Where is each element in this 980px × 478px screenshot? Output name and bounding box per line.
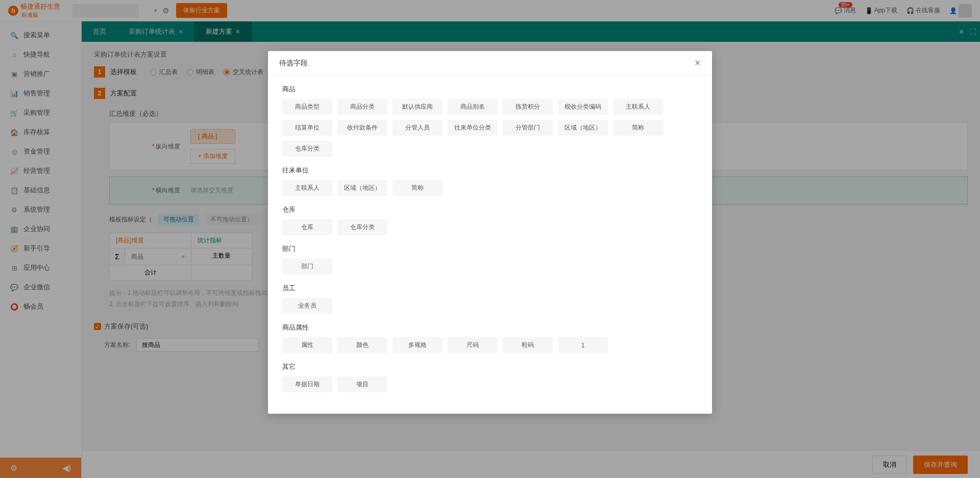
field-chip[interactable]: 默认供应商 <box>393 99 443 115</box>
field-chip[interactable]: 尺码 <box>448 337 498 353</box>
modal-title: 待选字段 <box>279 59 308 68</box>
field-chip[interactable]: 仓库分类 <box>337 219 387 235</box>
field-section-title: 部门 <box>282 244 698 254</box>
field-chip[interactable]: 区域（地区） <box>558 120 608 136</box>
field-chip[interactable]: 业务员 <box>282 298 332 314</box>
modal-close-button[interactable]: ✕ <box>694 58 701 68</box>
field-chip[interactable]: 仓库分类 <box>282 141 332 157</box>
field-chip[interactable]: 1 <box>558 337 608 353</box>
field-chip[interactable]: 鞋码 <box>503 337 553 353</box>
field-chip[interactable]: 分管部门 <box>503 120 553 136</box>
field-section-5: 商品属性属性颜色多规格尺码鞋码1 <box>282 323 698 353</box>
field-chip[interactable]: 商品类型 <box>282 99 332 115</box>
field-section-0: 商品商品类型商品分类默认供应商商品别名拣货积分税收分类编码主联系人结算单位收付款… <box>282 85 698 157</box>
field-chip[interactable]: 多规格 <box>393 337 443 353</box>
field-section-title: 其它 <box>282 362 698 371</box>
field-chip[interactable]: 项目 <box>337 376 387 392</box>
field-chip[interactable]: 往来单位分类 <box>448 120 498 136</box>
field-chip[interactable]: 单据日期 <box>282 376 332 392</box>
field-chip[interactable]: 区域（地区） <box>337 180 387 196</box>
field-section-3: 部门部门 <box>282 244 698 274</box>
field-section-title: 商品属性 <box>282 323 698 332</box>
field-chip[interactable]: 主联系人 <box>282 180 332 196</box>
field-section-4: 员工业务员 <box>282 284 698 314</box>
field-section-title: 商品 <box>282 85 698 94</box>
field-chip[interactable]: 仓库 <box>282 219 332 235</box>
field-chip[interactable]: 简称 <box>613 120 663 136</box>
field-chip[interactable]: 商品分类 <box>337 99 387 115</box>
field-section-title: 员工 <box>282 284 698 293</box>
field-chip[interactable]: 简称 <box>393 180 443 196</box>
field-selector-modal: 待选字段 ✕ 商品商品类型商品分类默认供应商商品别名拣货积分税收分类编码主联系人… <box>268 51 712 414</box>
field-section-6: 其它单据日期项目 <box>282 362 698 392</box>
field-chip[interactable]: 颜色 <box>337 337 387 353</box>
field-section-title: 仓库 <box>282 205 698 214</box>
field-chip[interactable]: 分管人员 <box>393 120 443 136</box>
field-chip[interactable]: 收付款条件 <box>337 120 387 136</box>
field-section-1: 往来单位主联系人区域（地区）简称 <box>282 166 698 196</box>
field-chip[interactable]: 结算单位 <box>282 120 332 136</box>
field-chip[interactable]: 属性 <box>282 337 332 353</box>
field-chip[interactable]: 主联系人 <box>613 99 663 115</box>
field-chip[interactable]: 部门 <box>282 259 332 274</box>
field-chip[interactable]: 税收分类编码 <box>558 99 608 115</box>
field-section-title: 往来单位 <box>282 166 698 175</box>
field-chip[interactable]: 拣货积分 <box>503 99 553 115</box>
field-chip[interactable]: 商品别名 <box>448 99 498 115</box>
field-section-2: 仓库仓库仓库分类 <box>282 205 698 235</box>
